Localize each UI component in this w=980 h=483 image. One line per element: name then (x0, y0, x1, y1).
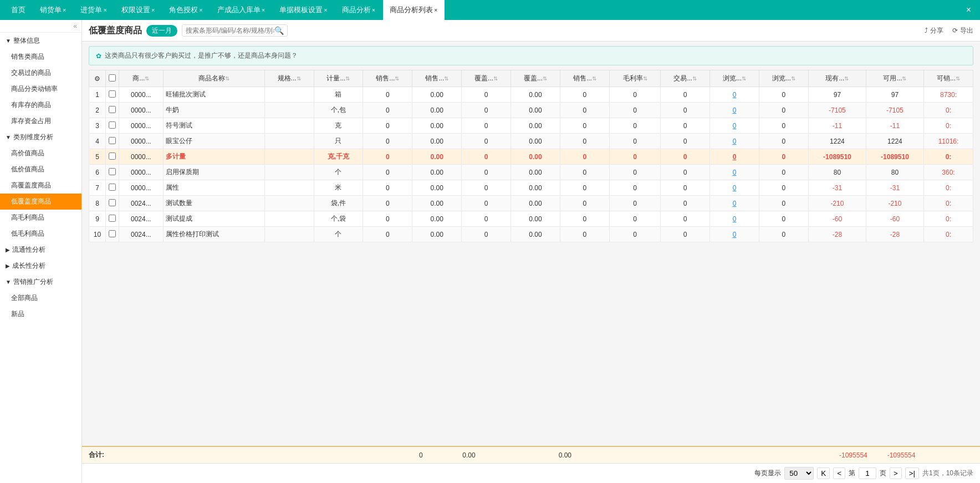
sidebar-item-new-goods[interactable]: 新品 (0, 306, 81, 322)
nav-role[interactable]: 角色授权 × (162, 0, 209, 20)
row-checkbox[interactable] (109, 137, 116, 144)
row-checkbox[interactable] (109, 90, 116, 98)
sidebar-item-high-value[interactable]: 高价值商品 (0, 145, 81, 161)
sidebar-item-sales-goods[interactable]: 销售类商品 (0, 49, 81, 65)
col-sales-count[interactable]: 销售...⇅ (560, 70, 609, 87)
sidebar-section-category[interactable]: ▼ 类别维度分析 (0, 129, 81, 145)
sidebar-section-flow[interactable]: ▶ 流通性分析 (0, 242, 81, 258)
search-input[interactable] (186, 27, 274, 34)
row-checkbox[interactable] (109, 121, 116, 129)
row-browse1[interactable]: 0 (710, 165, 759, 180)
first-page-button[interactable]: K (817, 467, 830, 479)
select-all-checkbox[interactable] (109, 74, 116, 82)
row-browse2: 0 (759, 118, 808, 134)
col-code[interactable]: 商...⇅ (119, 70, 164, 87)
row-browse1[interactable]: 0 (710, 87, 759, 103)
sort-cov1-icon: ⇅ (493, 75, 498, 82)
page-size-select[interactable]: 50 20 100 200 (784, 467, 814, 480)
nav-goods-list[interactable]: 商品分析列表 × (383, 0, 444, 20)
sidebar-section-marketing[interactable]: ▼ 营销推广分析 (0, 274, 81, 290)
nav-warehouse-close[interactable]: × (262, 7, 265, 13)
row-browse1[interactable]: 0 (710, 118, 759, 134)
next-page-button[interactable]: > (890, 467, 902, 479)
row-browse1[interactable]: 0 (710, 196, 759, 211)
row-browse1[interactable]: 0 (710, 227, 759, 242)
row-num: 10 (89, 227, 106, 242)
row-cov2: 0.00 (511, 196, 560, 211)
col-name[interactable]: 商品名称⇅ (163, 70, 264, 87)
window-close-button[interactable]: × (962, 5, 976, 15)
row-checkbox[interactable] (109, 215, 116, 222)
time-filter-button[interactable]: 近一月 (146, 25, 177, 37)
row-checkbox[interactable] (109, 152, 116, 160)
nav-purchase[interactable]: 进货单 × (74, 0, 113, 20)
nav-sales-close[interactable]: × (63, 7, 66, 13)
row-checkbox[interactable] (109, 168, 116, 175)
row-browse2: 0 (759, 149, 808, 165)
col-browse2[interactable]: 浏览...⇅ (759, 70, 808, 87)
col-spec[interactable]: 规格...⇅ (264, 70, 314, 87)
row-checkbox[interactable] (109, 199, 116, 206)
col-cov1[interactable]: 覆盖...⇅ (462, 70, 511, 87)
nav-home[interactable]: 首页 (4, 0, 32, 20)
nav-warehouse[interactable]: 产成品入库单 × (211, 0, 272, 20)
sidebar-item-capital-occupied[interactable]: 库存资金占用 (0, 113, 81, 129)
sidebar-item-high-coverage[interactable]: 高覆盖度商品 (0, 177, 81, 194)
nav-template[interactable]: 单据模板设置 × (273, 0, 334, 20)
row-browse1[interactable]: 0 (710, 180, 759, 196)
row-browse1[interactable]: 0 (710, 211, 759, 227)
row-cov1: 0 (462, 118, 511, 134)
row-sales-qty: 0 (363, 87, 412, 103)
sidebar-item-high-profit[interactable]: 高毛利商品 (0, 210, 81, 226)
sidebar-item-sales-rate[interactable]: 商品分类动销率 (0, 81, 81, 97)
col-sales-qty[interactable]: 销售...⇅ (363, 70, 412, 87)
col-available[interactable]: 可用...⇅ (866, 70, 923, 87)
sidebar-item-low-value[interactable]: 低价值商品 (0, 161, 81, 177)
col-browse1[interactable]: 浏览...⇅ (710, 70, 759, 87)
row-browse1[interactable]: 0 (710, 103, 759, 118)
nav-goods-list-close[interactable]: × (434, 7, 437, 13)
sidebar-item-low-coverage[interactable]: 低覆盖度商品 (0, 194, 81, 210)
sidebar-item-traded-goods[interactable]: 交易过的商品 (0, 65, 81, 81)
nav-permission-close[interactable]: × (151, 7, 155, 13)
row-cov1: 0 (462, 149, 511, 165)
row-browse1[interactable]: 0 (710, 149, 759, 165)
row-checkbox[interactable] (109, 106, 116, 113)
export-button[interactable]: ⟳ 导出 (952, 26, 973, 35)
col-settings[interactable]: ⚙ (89, 70, 106, 87)
row-gross-rate: 0 (609, 165, 660, 180)
share-button[interactable]: ⤴ 分享 (925, 26, 943, 35)
col-sales-amt[interactable]: 销售...⇅ (412, 70, 462, 87)
last-page-button[interactable]: >| (905, 467, 919, 479)
sidebar-item-inventory-goods[interactable]: 有库存的商品 (0, 97, 81, 113)
col-gross-rate[interactable]: 毛利率⇅ (609, 70, 660, 87)
row-trade: 0 (661, 103, 710, 118)
col-cov2[interactable]: 覆盖...⇅ (511, 70, 560, 87)
sidebar-section-growth-label: 成长性分析 (12, 261, 45, 271)
nav-sales[interactable]: 销货单 × (33, 0, 73, 20)
nav-goods-analysis[interactable]: 商品分析 × (335, 0, 382, 20)
row-checkbox[interactable] (109, 230, 116, 237)
nav-template-close[interactable]: × (324, 7, 327, 13)
col-unit[interactable]: 计量...⇅ (314, 70, 363, 87)
settings-icon[interactable]: ⚙ (94, 75, 100, 83)
prev-page-button[interactable]: < (833, 467, 845, 479)
sidebar-section-overall[interactable]: ▼ 整体信息 (0, 33, 81, 49)
sidebar-item-all-goods[interactable]: 全部商品 (0, 290, 81, 306)
col-sellable[interactable]: 可销...⇅ (923, 70, 973, 87)
sidebar-collapse-button[interactable]: « (0, 20, 81, 33)
page-number-input[interactable] (859, 467, 876, 479)
nav-role-close[interactable]: × (199, 7, 202, 13)
nav-permission[interactable]: 权限设置 × (115, 0, 161, 20)
nav-purchase-close[interactable]: × (103, 7, 106, 13)
sort-trade-icon: ⇅ (692, 75, 697, 82)
row-checkbox[interactable] (109, 184, 116, 191)
sidebar-item-low-profit[interactable]: 低毛利商品 (0, 226, 81, 242)
col-current[interactable]: 现有...⇅ (808, 70, 866, 87)
row-available: -210 (866, 196, 923, 211)
row-browse1[interactable]: 0 (710, 134, 759, 149)
search-icon[interactable]: 🔍 (274, 26, 284, 35)
nav-goods-analysis-close[interactable]: × (372, 7, 375, 13)
col-trade[interactable]: 交易...⇅ (661, 70, 710, 87)
sidebar-section-growth[interactable]: ▶ 成长性分析 (0, 258, 81, 274)
